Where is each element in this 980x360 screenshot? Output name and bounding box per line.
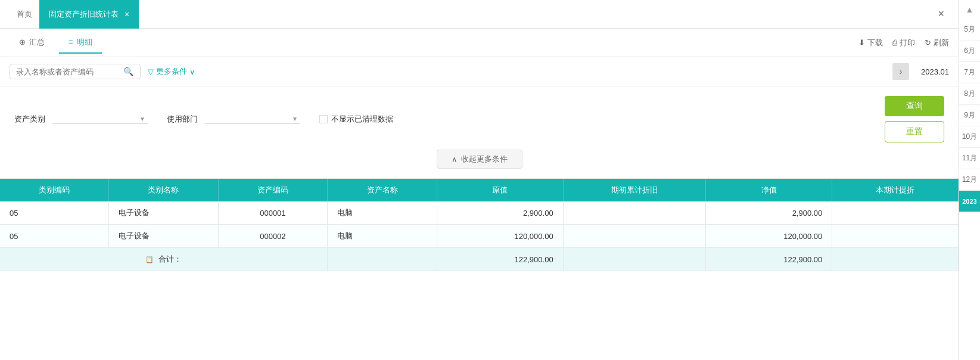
- print-icon: ⎙: [892, 38, 897, 47]
- right-sidebar: ▲ 5月6月7月8月9月10月11月12月2023: [959, 0, 980, 360]
- sidebar-top: ▲: [966, 0, 974, 19]
- print-button[interactable]: ⎙ 打印: [892, 38, 915, 48]
- sidebar-year-badge[interactable]: 2023: [959, 191, 981, 212]
- cell-net: 2,900.00: [706, 201, 832, 225]
- department-select[interactable]: ▼: [205, 114, 300, 124]
- cell-category-code: 05: [0, 225, 109, 248]
- collapse-more-wrap: ∧ 收起更多条件: [14, 150, 944, 169]
- nav-tab-fixed-assets[interactable]: 固定资产折旧统计表 ×: [39, 0, 139, 29]
- cell-net: 120,000.00: [706, 225, 832, 248]
- data-table: 类别编码 类别名称 资产编码 资产名称 原值 期初累计折旧 净值 本期计提折 0…: [0, 179, 959, 271]
- cell-asset-name: 电脑: [328, 225, 437, 248]
- sidebar-months: 5月6月7月8月9月10月11月12月2023: [959, 19, 981, 212]
- search-input[interactable]: [16, 67, 123, 76]
- col-header-category-name: 类别名称: [109, 179, 219, 201]
- department-label: 使用部门: [167, 114, 200, 125]
- department-filter: 使用部门 ▼: [167, 114, 300, 125]
- tab-summary[interactable]: ⊕ 汇总: [10, 32, 54, 54]
- cell-accumulated: [563, 201, 706, 225]
- reset-button[interactable]: 重置: [885, 121, 944, 142]
- download-icon: ⬇: [858, 38, 865, 47]
- cell-category-name: 电子设备: [109, 225, 219, 248]
- total-label: 合计：: [158, 255, 182, 263]
- sidebar-month-item[interactable]: 12月: [959, 169, 981, 191]
- sidebar-month-item[interactable]: 9月: [959, 105, 981, 126]
- collapse-more-button[interactable]: ∧ 收起更多条件: [437, 150, 522, 169]
- cell-current: [832, 201, 959, 225]
- cell-original: 120,000.00: [437, 225, 563, 248]
- no-cleared-checkbox-wrap[interactable]: 不显示已清理数据: [319, 114, 393, 125]
- sidebar-month-item[interactable]: 7月: [959, 62, 981, 83]
- filter-label: 更多条件: [156, 66, 187, 77]
- col-header-asset-code: 资产编码: [218, 179, 328, 201]
- department-arrow-icon: ▼: [292, 116, 298, 122]
- download-label: 下载: [867, 38, 883, 48]
- col-header-current: 本期计提折: [832, 179, 959, 201]
- top-nav: 首页 固定资产折旧统计表 × ×: [0, 0, 959, 29]
- col-header-net: 净值: [706, 179, 832, 201]
- filter-action-buttons: 查询 重置: [885, 96, 944, 142]
- search-icon: 🔍: [123, 67, 133, 76]
- table-row: 05 电子设备 000002 电脑 120,000.00 120,000.00: [0, 225, 959, 248]
- refresh-icon: ↻: [925, 38, 931, 47]
- no-cleared-label: 不显示已清理数据: [331, 114, 393, 125]
- data-table-area: 类别编码 类别名称 资产编码 资产名称 原值 期初累计折旧 净值 本期计提折 0…: [0, 179, 959, 360]
- sidebar-month-item[interactable]: 5月: [959, 19, 981, 41]
- sub-tabs-bar: ⊕ 汇总 ≡ 明细 ⬇ 下载 ⎙ 打印 ↻ 刷新: [0, 29, 959, 57]
- print-label: 打印: [900, 38, 915, 48]
- collapse-up-icon: ∧: [452, 155, 458, 164]
- sidebar-collapse-button[interactable]: ›: [892, 63, 909, 80]
- global-close-button[interactable]: ×: [933, 5, 949, 23]
- download-button[interactable]: ⬇ 下载: [858, 38, 883, 48]
- sidebar-month-item[interactable]: 11月: [959, 148, 981, 169]
- table-row: 05 电子设备 000001 电脑 2,900.00 2,900.00: [0, 201, 959, 225]
- cell-asset-code: 000001: [218, 201, 328, 225]
- action-buttons: ⬇ 下载 ⎙ 打印 ↻ 刷新: [858, 38, 949, 48]
- nav-tab-label: 固定资产折旧统计表: [49, 9, 119, 20]
- asset-type-arrow-icon: ▼: [139, 116, 145, 122]
- col-header-category-code: 类别编码: [0, 179, 109, 201]
- sidebar-month-item[interactable]: 10月: [959, 126, 981, 148]
- search-input-wrap[interactable]: 🔍: [10, 64, 141, 79]
- total-asset-name: [328, 248, 437, 271]
- total-current: [832, 248, 959, 271]
- sidebar-month-item[interactable]: 6月: [959, 41, 981, 62]
- total-label-cell: 📋 合计：: [0, 248, 328, 271]
- cell-asset-name: 电脑: [328, 201, 437, 225]
- query-button[interactable]: 查询: [885, 96, 944, 116]
- date-label: 2023.01: [921, 67, 949, 76]
- asset-type-label: 资产类别: [14, 114, 48, 125]
- asset-type-filter: 资产类别 ▼: [14, 114, 148, 125]
- table-header-row: 类别编码 类别名称 资产编码 资产名称 原值 期初累计折旧 净值 本期计提折: [0, 179, 959, 201]
- tab-detail[interactable]: ≡ 明细: [59, 32, 102, 54]
- refresh-button[interactable]: ↻ 刷新: [925, 38, 949, 48]
- total-net: 122,900.00: [706, 248, 832, 271]
- asset-type-select[interactable]: ▼: [52, 114, 148, 124]
- cell-asset-code: 000002: [218, 225, 328, 248]
- summary-icon: ⊕: [19, 38, 26, 46]
- filter-area: 资产类别 ▼ 使用部门 ▼ 不显示已清理数据 查询 重置: [0, 86, 959, 179]
- more-filter-button[interactable]: ▽ 更多条件 ∨: [148, 66, 195, 77]
- collapse-more-label: 收起更多条件: [461, 154, 508, 165]
- table-total-row: 📋 合计： 122,900.00 122,900.00: [0, 248, 959, 271]
- filter-icon: ▽: [148, 67, 154, 76]
- cell-original: 2,900.00: [437, 201, 563, 225]
- sidebar-month-item[interactable]: 8月: [959, 83, 981, 105]
- cell-category-name: 电子设备: [109, 201, 219, 225]
- filter-row-1: 资产类别 ▼ 使用部门 ▼ 不显示已清理数据 查询 重置: [14, 96, 944, 142]
- sub-tab-group: ⊕ 汇总 ≡ 明细: [10, 32, 102, 54]
- sidebar-up-arrow-icon[interactable]: ▲: [966, 5, 974, 14]
- search-bar: 🔍 ▽ 更多条件 ∨ › 2023.01: [0, 57, 959, 86]
- col-header-accumulated: 期初累计折旧: [563, 179, 706, 201]
- col-header-asset-name: 资产名称: [328, 179, 437, 201]
- chevron-down-icon: ∨: [189, 67, 195, 76]
- tab-detail-label: 明细: [77, 37, 92, 48]
- nav-home[interactable]: 首页: [10, 9, 39, 20]
- refresh-label: 刷新: [934, 38, 949, 48]
- cell-category-code: 05: [0, 201, 109, 225]
- total-accumulated: [563, 248, 706, 271]
- chevron-right-icon: ›: [900, 67, 903, 76]
- no-cleared-checkbox[interactable]: [319, 115, 328, 123]
- total-original: 122,900.00: [437, 248, 563, 271]
- nav-tab-close[interactable]: ×: [125, 10, 129, 19]
